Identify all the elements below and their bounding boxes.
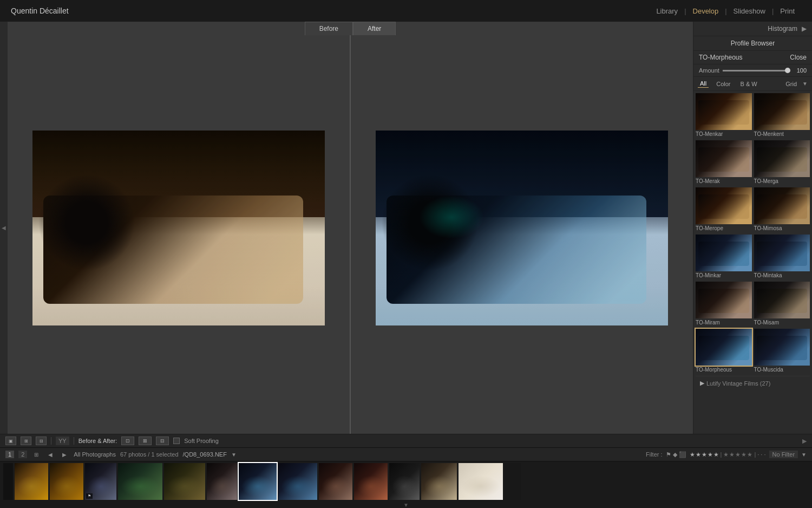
profile-label-merope: TO-Merope xyxy=(696,224,752,232)
profile-thumb-menkar[interactable]: TO-Menkar xyxy=(696,93,752,138)
filmstrip-num1[interactable]: 1 xyxy=(5,451,14,458)
before-label[interactable]: Before xyxy=(305,22,353,35)
split-view-button[interactable]: ⊟ xyxy=(36,437,47,445)
ba-btn-2[interactable]: ⊠ xyxy=(139,437,152,445)
thumb-7-selected[interactable] xyxy=(239,463,277,500)
close-button[interactable]: Close xyxy=(790,54,807,61)
profile-thumb-img-merga xyxy=(754,140,810,177)
star-rating: ★ ★ ★ ★ ★ | ★ ★ ★ ★ ★ | · · · xyxy=(690,451,766,458)
profile-label-mimosa: TO-Mimosa xyxy=(754,224,810,232)
thumb-0[interactable] xyxy=(3,463,13,500)
nav-slideshow[interactable]: Slideshow xyxy=(727,7,772,15)
lutify-arrow-icon: ▶ xyxy=(700,380,704,387)
profile-thumb-merak[interactable]: TO-Merak xyxy=(696,140,752,185)
thumb-9[interactable] xyxy=(319,463,352,500)
profile-label-mintaka: TO-Mintaka xyxy=(754,271,810,279)
filter-flag-icon[interactable]: ⚑ xyxy=(666,451,671,458)
side-by-side-button[interactable]: ⊞ xyxy=(21,437,31,445)
profile-row-5: TO-Miram TO-Misam xyxy=(696,282,810,327)
profile-thumb-img-miram xyxy=(696,282,752,318)
filter-tab-all[interactable]: All xyxy=(698,80,709,88)
filmstrip-next-icon[interactable]: ▶ xyxy=(60,451,69,458)
thumb-3[interactable]: ⚑ xyxy=(85,463,116,500)
profile-label-muscida: TO-Muscida xyxy=(754,366,810,374)
histogram-label[interactable]: Histogram xyxy=(768,25,797,32)
thumb-10[interactable] xyxy=(354,463,388,500)
profile-thumb-menkent[interactable]: TO-Menkent xyxy=(754,93,810,138)
star-2[interactable]: ★ xyxy=(696,451,701,458)
profile-label-miram: TO-Miram xyxy=(696,318,752,327)
star-5[interactable]: ★ xyxy=(713,451,719,458)
profile-thumb-merga[interactable]: TO-Merga xyxy=(754,140,810,185)
soft-proofing-checkbox[interactable] xyxy=(173,438,180,444)
profile-thumb-img-menkent xyxy=(754,93,810,130)
collapse-arrow-icon[interactable]: ▶ xyxy=(802,25,807,32)
bottom-collapse-icon[interactable]: ▼ xyxy=(403,502,409,508)
nav-print[interactable]: Print xyxy=(774,7,801,15)
star-r1[interactable]: ★ xyxy=(723,451,729,458)
star-4[interactable]: ★ xyxy=(708,451,713,458)
after-label[interactable]: After xyxy=(353,22,396,35)
ba-btn-1[interactable]: ⊡ xyxy=(121,437,134,445)
star-r2[interactable]: ★ xyxy=(729,451,735,458)
filmstrip-prev-icon[interactable]: ◀ xyxy=(45,451,55,458)
profile-thumb-misam[interactable]: TO-Misam xyxy=(754,282,810,327)
profile-thumb-mintaka[interactable]: TO-Mintaka xyxy=(754,235,810,279)
profile-thumb-miram[interactable]: TO-Miram xyxy=(696,282,752,327)
star-r4[interactable]: ★ xyxy=(741,451,746,458)
filter-color-icon[interactable]: ⬛ xyxy=(679,451,686,458)
profile-thumb-minkar[interactable]: TO-Minkar xyxy=(696,235,752,279)
thumb-6[interactable] xyxy=(207,463,237,500)
lutify-label: Lutify Vintage Films (27) xyxy=(706,380,770,387)
star-3[interactable]: ★ xyxy=(702,451,707,458)
profile-thumb-merope[interactable]: TO-Merope xyxy=(696,187,752,232)
photo-count: 67 photos / 1 selected xyxy=(120,451,179,458)
before-panel xyxy=(8,22,351,434)
left-toggle-icon: ◀ xyxy=(2,225,6,231)
left-panel-toggle[interactable]: ◀ xyxy=(0,22,8,434)
filter-icons: ⚑ ◆ ⬛ xyxy=(666,451,686,458)
all-photos-label[interactable]: All Photographs xyxy=(74,451,116,458)
toolbar-right-arrow[interactable]: ▶ xyxy=(802,438,807,445)
bottom-bar: ▼ xyxy=(0,502,812,508)
filter-badge-icon[interactable]: ◆ xyxy=(673,451,677,458)
profile-thumb-mimosa[interactable]: TO-Mimosa xyxy=(754,187,810,232)
profile-row-2: TO-Merak TO-Merga xyxy=(696,140,810,185)
star-r3[interactable]: ★ xyxy=(735,451,741,458)
no-filter-button[interactable]: No Filter xyxy=(769,451,798,458)
grid-button[interactable]: Grid xyxy=(785,81,797,87)
ba-btn-3[interactable]: ⊟ xyxy=(156,437,169,445)
profile-row-1: TO-Menkar TO-Menkent xyxy=(696,93,810,138)
toolbar-separator-2 xyxy=(74,437,74,445)
yr-label[interactable]: YY xyxy=(56,437,69,445)
thumb-13[interactable] xyxy=(459,463,503,500)
single-view-button[interactable]: ▣ xyxy=(5,437,16,445)
profile-thumb-img-merak xyxy=(696,140,752,177)
grid-arrow-icon[interactable]: ▼ xyxy=(802,81,808,87)
star-1[interactable]: ★ xyxy=(690,451,695,458)
nav-develop[interactable]: Develop xyxy=(686,7,725,15)
filmstrip-grid-icon[interactable]: ⊞ xyxy=(31,451,41,458)
filter-tab-bw[interactable]: B & W xyxy=(738,80,759,88)
profile-thumb-muscida[interactable]: TO-Muscida xyxy=(754,329,810,374)
filter-tab-color[interactable]: Color xyxy=(714,80,732,88)
lutify-section[interactable]: ▶ Lutify Vintage Films (27) xyxy=(696,376,810,390)
thumb-1[interactable] xyxy=(15,463,48,500)
thumb-badge-3: ⚑ xyxy=(88,494,91,498)
star-r5[interactable]: ★ xyxy=(747,451,752,458)
thumb-12[interactable] xyxy=(421,463,457,500)
thumb-5[interactable] xyxy=(164,463,205,500)
thumb-11[interactable] xyxy=(389,463,420,500)
profile-thumb-img-misam xyxy=(754,282,810,318)
thumb-2[interactable] xyxy=(50,463,83,500)
nav-library[interactable]: Library xyxy=(650,7,684,15)
app-title: Quentin Décaillet xyxy=(11,6,69,15)
thumb-4[interactable] xyxy=(118,463,162,500)
no-filter-dropdown-icon[interactable]: ▼ xyxy=(801,452,807,458)
filmstrip-num2[interactable]: 2 xyxy=(18,451,27,458)
profile-thumb-morpheous[interactable]: TO-Morpheous xyxy=(696,329,752,374)
thumb-8[interactable] xyxy=(278,463,317,500)
filename-dropdown-icon[interactable]: ▼ xyxy=(231,452,237,458)
thumb-last[interactable] xyxy=(505,463,521,500)
amount-slider[interactable] xyxy=(723,70,790,71)
